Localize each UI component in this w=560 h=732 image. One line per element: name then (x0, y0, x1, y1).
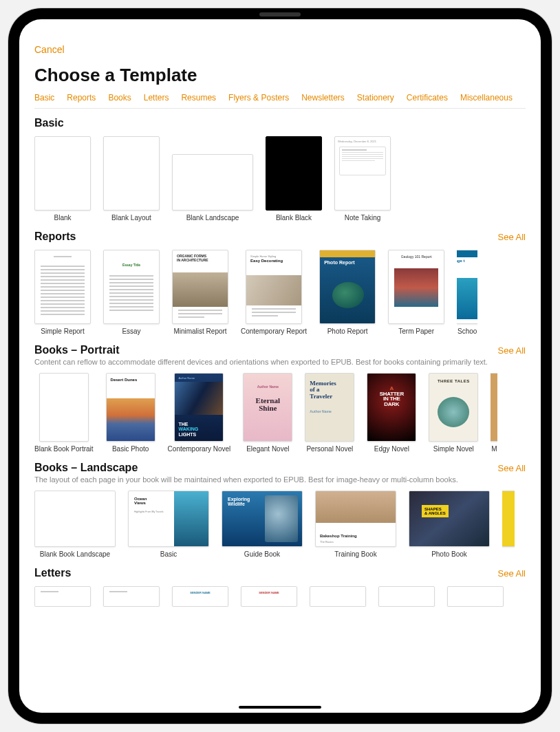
section-desc: The layout of each page in your book wil… (34, 475, 526, 484)
section-desc: Content can reflow to accommodate differ… (34, 358, 526, 366)
template-blank-layout[interactable]: Blank Layout (103, 136, 160, 222)
tab-certificates[interactable]: Certificates (407, 93, 448, 103)
template-letter[interactable] (310, 586, 366, 607)
section-reports: Reports See All Simple Report Essay Titl… (34, 230, 526, 336)
template-row: Blank Book Landscape OceanViewsHighlight… (34, 491, 526, 559)
template-contemporary-report[interactable]: Simple Home StylingEasy Decorating Conte… (241, 250, 307, 336)
template-blank-book-portrait[interactable]: Blank Book Portrait (34, 373, 94, 453)
section-basic: Basic Blank Blank Layout Blank Landscape (34, 117, 526, 222)
template-row: Simple Report Essay Title Essay ORGANIC … (34, 250, 526, 336)
template-letter[interactable] (378, 586, 435, 607)
template-letter[interactable] (34, 586, 91, 607)
section-title: Books – Portrait (34, 344, 120, 356)
template-simple-novel[interactable]: THREE TALES Simple Novel (429, 373, 478, 453)
template-guide-book[interactable]: ExploringWildlife Guide Book (222, 491, 303, 559)
section-books-portrait: Books – Portrait See All Content can ref… (34, 344, 526, 453)
tab-flyers[interactable]: Flyers & Posters (228, 93, 289, 103)
tab-books[interactable]: Books (108, 93, 131, 103)
home-indicator[interactable] (239, 706, 321, 709)
device-frame: Cancel Choose a Template Basic Reports B… (8, 8, 552, 724)
screen: Cancel Choose a Template Basic Reports B… (19, 19, 541, 713)
app-content: Cancel Choose a Template Basic Reports B… (19, 19, 541, 713)
template-blank-landscape[interactable]: Blank Landscape (172, 136, 253, 222)
template-row: Blank Book Portrait Desert Dunes Basic P… (34, 373, 526, 453)
see-all-letters[interactable]: See All (498, 568, 526, 579)
template-essay[interactable]: Essay Title Essay (103, 250, 160, 336)
template-blank-black[interactable]: Blank Black (266, 136, 322, 222)
template-letter[interactable]: SENDER NAME (241, 586, 297, 607)
section-letters: Letters See All SENDER NAME SENDER NAME (34, 567, 526, 607)
page-title: Choose a Template (34, 65, 526, 86)
section-books-landscape: Books – Landscape See All The layout of … (34, 462, 526, 559)
template-blank-book-landscape[interactable]: Blank Book Landscape (34, 491, 116, 559)
see-all-reports[interactable]: See All (498, 232, 526, 242)
template-note-taking[interactable]: Wednesday, December 8, 2021 (334, 136, 391, 222)
template-blank[interactable]: Blank (34, 136, 91, 222)
tab-resumes[interactable]: Resumes (181, 93, 216, 103)
template-photo-report[interactable]: Photo Report Photo Report (319, 250, 376, 336)
tab-newsletters[interactable]: Newsletters (301, 93, 345, 103)
tab-basic[interactable]: Basic (34, 93, 54, 103)
section-title: Letters (34, 567, 71, 579)
template-basic-landscape[interactable]: OceanViewsHighlights From My Travels Bas… (128, 491, 209, 559)
template-basic-photo[interactable]: Desert Dunes Basic Photo (106, 373, 155, 453)
camera-notch (259, 12, 301, 17)
tab-reports[interactable]: Reports (67, 93, 96, 103)
template-school-report[interactable]: A Voyage t Schoo (457, 250, 477, 336)
tab-misc[interactable]: Miscellaneous (460, 93, 513, 103)
template-training-book[interactable]: Bakeshop TrainingThe Basics Training Boo… (315, 491, 396, 559)
template-minimalist-report[interactable]: ORGANIC FORMSIN ARCHITECTURE Minimalist … (172, 250, 228, 336)
template-more-novel[interactable]: M (491, 373, 497, 453)
template-contemporary-novel[interactable]: Author NameTHEWAKINGLIGHTS Contemporary … (168, 373, 231, 453)
see-all-books-portrait[interactable]: See All (498, 345, 526, 356)
template-letter[interactable] (447, 586, 504, 607)
section-title: Books – Landscape (34, 462, 138, 474)
template-row: Blank Blank Layout Blank Landscape Blank… (34, 136, 526, 222)
template-edgy-novel[interactable]: ASHATTERIN THEDARK Edgy Novel (367, 373, 416, 453)
template-elegant-novel[interactable]: Author NameEternalShine Elegant Novel (243, 373, 292, 453)
section-title: Reports (34, 230, 76, 243)
template-photo-book[interactable]: SHAPES& ANGLES Photo Book (409, 491, 490, 559)
template-simple-report[interactable]: Simple Report (34, 250, 91, 336)
cancel-button[interactable]: Cancel (34, 44, 526, 55)
tab-letters[interactable]: Letters (144, 93, 169, 103)
template-letter[interactable]: SENDER NAME (172, 586, 228, 607)
template-letter[interactable] (103, 586, 160, 607)
template-term-paper[interactable]: Geology 101 Report Term Paper (388, 250, 444, 336)
tab-stationery[interactable]: Stationery (357, 93, 394, 103)
category-tabs: Basic Reports Books Letters Resumes Flye… (34, 93, 526, 109)
see-all-books-landscape[interactable]: See All (498, 463, 526, 473)
template-more-landscape[interactable] (502, 491, 515, 559)
section-title: Basic (34, 117, 64, 129)
template-personal-novel[interactable]: Memoriesof aTravelerAuthor Name Personal… (305, 373, 354, 453)
template-row: SENDER NAME SENDER NAME (34, 586, 526, 607)
